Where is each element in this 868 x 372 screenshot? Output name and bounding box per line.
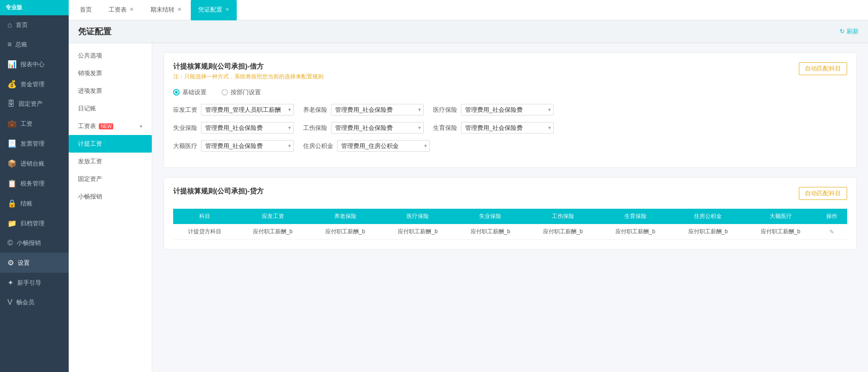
tab-period[interactable]: 期末结转 ✕	[143, 0, 189, 20]
select-yingfa[interactable]: 管理费用_管理人员职工薪酬	[201, 104, 294, 115]
left-nav: 公共选项 销项发票 进项发票 日记账 工资表 NEW ▾ 计提工资 发放工资	[69, 43, 152, 372]
select-yingfa-wrapper: 管理费用_管理人员职工薪酬	[201, 104, 294, 115]
section-debit-title: 计提核算规则(公司承担)-借方	[173, 62, 324, 71]
field-gongshang: 工伤保险 管理费用_社会保险费	[303, 122, 424, 134]
label-shiye: 失业保险	[173, 124, 197, 132]
select-dae[interactable]: 管理费用_社会保险费	[201, 140, 294, 152]
col-yiliao: 医疗保险	[382, 209, 454, 224]
assets-icon: 🗄	[7, 100, 15, 108]
table-row: 计提贷方科目 应付职工薪酬_b 应付职工薪酬_b 应付职工薪酬_b 应付职工薪酬…	[173, 224, 847, 240]
select-yiliao-wrapper: 管理费用_社会保险费	[461, 104, 554, 115]
left-nav-sales-invoice[interactable]: 销项发票	[69, 64, 152, 82]
auto-match-debit-button[interactable]: 自动匹配科目	[799, 62, 847, 75]
member-icon: V	[7, 298, 13, 307]
section-debit-header: 计提核算规则(公司承担)-借方 注：只能选择一种方式，系统将按照您当前的选择来配…	[173, 62, 847, 81]
funds-icon: 💰	[7, 80, 17, 89]
col-shengyu: 生育保险	[599, 209, 672, 224]
credit-table: 科目 应发工资 养老保险 医疗保险 失业保险 工伤保险 生育保险 住房公积金 大…	[173, 209, 847, 240]
sidebar-item-close[interactable]: 🔒 结账	[0, 193, 69, 213]
form-row-1: 应发工资 管理费用_管理人员职工薪酬 养老保险 管理费用_社会保险费	[173, 104, 847, 115]
left-nav-salary-table[interactable]: 工资表 NEW ▾	[69, 117, 152, 135]
cell-action[interactable]: ✎	[817, 224, 847, 240]
select-shengyu-wrapper: 管理费用_社会保险费	[461, 122, 554, 134]
cell-yiliao: 应付职工薪酬_b	[382, 224, 454, 240]
cell-dae: 应付职工薪酬_b	[744, 224, 816, 240]
select-zufang[interactable]: 管理费用_住房公积金	[337, 140, 430, 152]
tab-home[interactable]: 首页	[72, 0, 99, 20]
tab-salary[interactable]: 工资表 ✕	[101, 0, 141, 20]
settings-icon: ⚙	[7, 258, 14, 267]
guide-icon: ✦	[7, 278, 13, 287]
refresh-button[interactable]: ↻ 刷新	[840, 27, 859, 36]
col-dae: 大额医疗	[744, 209, 816, 224]
page-header: 凭证配置 ↻ 刷新	[69, 20, 868, 43]
auto-match-credit-button[interactable]: 自动匹配科目	[799, 187, 847, 200]
sidebar-item-invoices[interactable]: 📃 发票管理	[0, 134, 69, 154]
left-nav-purchase-invoice[interactable]: 进项发票	[69, 82, 152, 100]
left-nav-diary[interactable]: 日记账	[69, 100, 152, 117]
edit-icon[interactable]: ✎	[829, 229, 834, 235]
sidebar: 专业版 ⌂ 首页 ≡ 总账 📊 报表中心 💰 资金管理 🗄 固定资产 💼 工资 …	[0, 0, 69, 372]
sidebar-item-settings[interactable]: ⚙ 设置	[0, 253, 69, 273]
field-yanglao: 养老保险 管理费用_社会保险费	[303, 104, 424, 115]
sidebar-item-member[interactable]: V 畅会员	[0, 293, 69, 312]
sidebar-item-assets[interactable]: 🗄 固定资产	[0, 94, 69, 114]
sidebar-item-guide[interactable]: ✦ 新手引导	[0, 273, 69, 293]
radio-basic[interactable]: 基础设置	[173, 88, 207, 96]
sidebar-item-report2[interactable]: © 小畅报销	[0, 233, 69, 253]
cell-shengyu: 应付职工薪酬_b	[599, 224, 672, 240]
left-nav-calc-salary[interactable]: 计提工资	[69, 135, 152, 153]
left-nav-fixed-assets[interactable]: 固定资产	[69, 170, 152, 188]
section-credit-header: 计提核算规则(公司承担)-贷方 自动匹配科目	[173, 187, 847, 201]
col-subject: 科目	[173, 209, 236, 224]
sidebar-item-archive[interactable]: 📁 归档管理	[0, 213, 69, 233]
col-yingfa: 应发工资	[236, 209, 309, 224]
col-shiye: 失业保险	[454, 209, 526, 224]
sidebar-item-ledger[interactable]: ≡ 总账	[0, 35, 69, 54]
select-shengyu[interactable]: 管理费用_社会保险费	[461, 122, 554, 134]
invoice-icon: 📃	[7, 139, 17, 148]
radio-dept[interactable]: 按部门设置	[221, 88, 261, 96]
sidebar-item-tax[interactable]: 📋 税务管理	[0, 173, 69, 193]
tab-close-salary[interactable]: ✕	[130, 6, 134, 13]
radio-basic-dot	[173, 89, 180, 96]
field-shiye: 失业保险 管理费用_社会保险费	[173, 122, 294, 134]
field-yingfa: 应发工资 管理费用_管理人员职工薪酬	[173, 104, 294, 115]
select-gongshang[interactable]: 管理费用_社会保险费	[331, 122, 424, 134]
section-credit-title: 计提核算规则(公司承担)-贷方	[173, 187, 264, 196]
select-dae-wrapper: 管理费用_社会保险费	[201, 140, 294, 152]
sidebar-item-reports[interactable]: 📊 报表中心	[0, 54, 69, 74]
field-dae: 大额医疗 管理费用_社会保险费	[173, 140, 294, 152]
section-credit: 计提核算规则(公司承担)-贷方 自动匹配科目 科目 应发工资 养老保险 医疗保险…	[163, 177, 857, 250]
label-yiliao: 医疗保险	[433, 106, 457, 114]
select-gongshang-wrapper: 管理费用_社会保险费	[331, 122, 424, 134]
select-yiliao[interactable]: 管理费用_社会保险费	[461, 104, 554, 115]
left-nav-public[interactable]: 公共选项	[69, 47, 152, 64]
sidebar-item-home[interactable]: ⌂ 首页	[0, 15, 69, 35]
form-row-2: 失业保险 管理费用_社会保险费 工伤保险 管理费用_社会保险费	[173, 122, 847, 134]
new-badge: NEW	[99, 123, 113, 129]
sidebar-item-salary[interactable]: 💼 工资	[0, 114, 69, 134]
select-yanglao[interactable]: 管理费用_社会保险费	[331, 104, 424, 115]
tab-close-period[interactable]: ✕	[177, 6, 181, 13]
select-shiye-wrapper: 管理费用_社会保险费	[201, 122, 294, 134]
tab-voucher[interactable]: 凭证配置 ✕	[191, 0, 237, 20]
label-yingfa: 应发工资	[173, 106, 197, 114]
tab-close-voucher[interactable]: ✕	[225, 6, 229, 13]
salary-icon: 💼	[7, 119, 17, 128]
left-nav-pay-salary[interactable]: 发放工资	[69, 153, 152, 170]
sidebar-item-purchase[interactable]: 📦 进销台账	[0, 154, 69, 173]
left-nav-xiaochang[interactable]: 小畅报销	[69, 188, 152, 205]
col-yanglao: 养老保险	[309, 209, 382, 224]
col-zufang: 住房公积金	[672, 209, 744, 224]
cell-yanglao: 应付职工薪酬_b	[309, 224, 382, 240]
main-area: 首页 工资表 ✕ 期末结转 ✕ 凭证配置 ✕ 凭证配置 ↻ 刷新 公共选项 销项…	[69, 0, 868, 372]
section-debit-notice: 注：只能选择一种方式，系统将按照您当前的选择来配置规则	[173, 73, 324, 81]
section-debit: 计提核算规则(公司承担)-借方 注：只能选择一种方式，系统将按照您当前的选择来配…	[163, 52, 857, 168]
select-zufang-wrapper: 管理费用_住房公积金	[337, 140, 430, 152]
select-shiye[interactable]: 管理费用_社会保险费	[201, 122, 294, 134]
sidebar-item-funds[interactable]: 💰 资金管理	[0, 74, 69, 94]
form-row-3: 大额医疗 管理费用_社会保险费 住房公积金 管理费用_住房公积金	[173, 140, 847, 152]
label-shengyu: 生育保险	[433, 124, 457, 132]
label-zufang: 住房公积金	[303, 142, 333, 150]
